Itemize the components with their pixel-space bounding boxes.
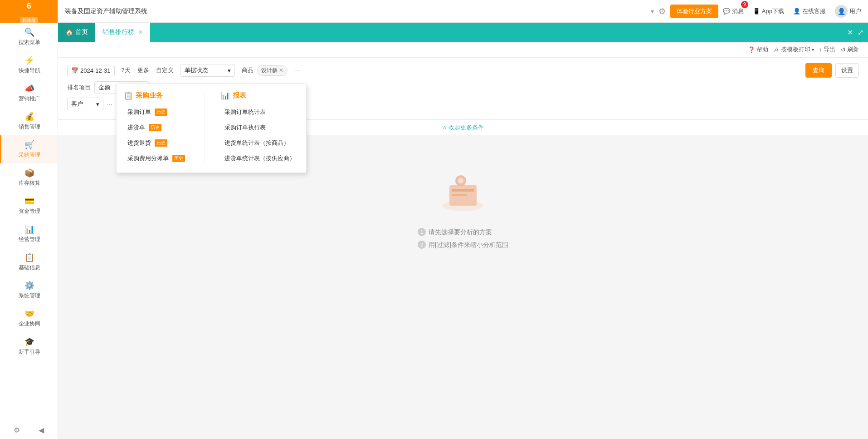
sidebar-item-inventory[interactable]: 📦 库存核算 (0, 163, 58, 192)
dropdown-item-stock-by-goods[interactable]: 进货单统计表（按商品） (221, 136, 299, 150)
help-btn[interactable]: ❓ 帮助 (748, 45, 768, 54)
sidebar-label-sales: 销售管理 (19, 123, 40, 131)
dropdown-item-cost[interactable]: 采购费用分摊单 历史 (124, 152, 189, 165)
user-label: 用户 (849, 7, 861, 15)
marketing-nav-icon: 📣 (24, 84, 34, 94)
date-range-value: 2024-12-31 (80, 67, 111, 74)
tab-close-window-icon[interactable]: ✕ (847, 28, 853, 37)
dropdown-item-stock-by-goods-label: 进货单统计表（按商品） (224, 139, 289, 147)
sidebar: 6 标准版 🔍 搜索菜单 ⚡ 快捷导航 📣 营销推广 💰 销售管理 🛒 采购管理… (0, 0, 58, 439)
tab-expand-icon[interactable]: ⤢ (858, 28, 863, 37)
date-shortcut-custom[interactable]: 自定义 (156, 66, 174, 74)
sidebar-nav: 🔍 搜索菜单 ⚡ 快捷导航 📣 营销推广 💰 销售管理 🛒 采购管理 📦 库存核… (0, 23, 58, 421)
purchase-nav-icon: 🛒 (24, 140, 34, 150)
print-icon: 🖨 (774, 46, 780, 53)
empty-illustration (436, 172, 490, 219)
sidebar-label-quick: 快捷导航 (19, 67, 40, 74)
date-shortcut-7[interactable]: 7天 (122, 66, 131, 74)
tab-home[interactable]: 🏠 首页 (58, 23, 95, 42)
sidebar-label-operation: 经营管理 (19, 236, 40, 243)
header-dropdown-icon[interactable]: ▾ (651, 8, 654, 15)
dropdown-item-po-stat-label: 采购订单统计表 (224, 108, 266, 116)
tab-sales-rank[interactable]: 销售排行榜 ✕ (95, 23, 150, 42)
sidebar-item-operation[interactable]: 📊 经营管理 (0, 220, 58, 248)
message-btn[interactable]: 💬 消息 9 (723, 7, 744, 15)
guide-nav-icon: 🎓 (24, 337, 34, 347)
filter-more-dots[interactable]: ··· (294, 67, 300, 74)
collapse-icon: ∧ (442, 124, 447, 131)
customer-dots[interactable]: ··· (107, 100, 112, 108)
collapse-sidebar-icon[interactable]: ◀ (39, 426, 44, 434)
business-col-icon: 📋 (124, 91, 133, 100)
dropdown-item-po-exec[interactable]: 采购订单执行表 (221, 121, 299, 134)
avatar: 👤 (835, 5, 848, 18)
date-range-filter[interactable]: 📅 2024-12-31 (67, 65, 115, 76)
dropdown-col2-label: 报表 (233, 91, 246, 100)
query-button[interactable]: 查询 (805, 63, 832, 78)
goods-label: 商品 (242, 66, 254, 74)
online-service-btn[interactable]: 👤 在线客服 (793, 7, 826, 15)
print-btn[interactable]: 🖨 按模板打印 ▾ (774, 45, 814, 54)
customer-select[interactable]: 客户 ▾ (67, 98, 103, 110)
rank-value: 金额 (98, 84, 110, 92)
dropdown-item-stock-by-supplier[interactable]: 进货单统计表（按供应商） (221, 152, 299, 165)
industry-btn[interactable]: 体验行业方案 (670, 5, 718, 18)
sidebar-item-basic[interactable]: 📋 基础信息 (0, 248, 58, 276)
app-download-btn[interactable]: 📱 App下载 (753, 7, 784, 15)
sidebar-item-marketing[interactable]: 📣 营销推广 (0, 79, 58, 107)
tip-num-1: 1 (418, 228, 426, 236)
dropdown-item-purchase-order[interactable]: 采购订单 历史 (124, 105, 189, 119)
dropdown-item-return-label: 进货退货 (127, 139, 151, 147)
tab-right-actions: ✕ ⤢ (847, 28, 868, 37)
tab-close-icon[interactable]: ✕ (138, 29, 143, 35)
sidebar-label-guide: 新手引导 (19, 348, 40, 356)
home-icon: 🏠 (65, 29, 73, 36)
sidebar-item-purchase[interactable]: 🛒 采购管理 (0, 135, 58, 163)
rank-label: 排名项目 (67, 84, 91, 92)
doc-status-filter[interactable]: 单据状态 ▾ (180, 64, 235, 77)
sidebar-item-search[interactable]: 🔍 搜索菜单 (0, 23, 58, 51)
dropdown-divider (205, 91, 205, 165)
export-btn[interactable]: ↑ 导出 (819, 45, 836, 54)
dropdown-item-return[interactable]: 进货退货 历史 (124, 136, 189, 150)
sidebar-item-guide[interactable]: 🎓 新手引导 (0, 332, 58, 360)
customer-dropdown-icon: ▾ (96, 101, 99, 108)
user-btn[interactable]: 👤 用户 (835, 5, 861, 18)
sidebar-item-cooperation[interactable]: 🤝 企业协同 (0, 304, 58, 332)
sidebar-item-system[interactable]: ⚙️ 系统管理 (0, 276, 58, 304)
online-service-label: 在线客服 (802, 7, 826, 15)
header-toolbar: ❓ 帮助 🖨 按模板打印 ▾ ↑ 导出 ↺ 刷新 (58, 42, 868, 58)
sales-nav-icon: 💰 (24, 112, 34, 122)
sidebar-item-quick[interactable]: ⚡ 快捷导航 (0, 51, 58, 79)
message-badge: 9 (741, 1, 748, 8)
tab-sales-rank-label: 销售排行榜 (102, 28, 134, 36)
set-button[interactable]: 设置 (835, 63, 859, 78)
history-badge-3: 历史 (155, 139, 167, 147)
date-shortcut-more[interactable]: 更多 (137, 66, 149, 74)
settings-icon[interactable]: ⚙ (14, 426, 20, 434)
header-right: 💬 消息 9 📱 App下载 👤 在线客服 👤 用户 (723, 5, 861, 18)
goods-tag-close-icon[interactable]: ✕ (279, 67, 283, 74)
sidebar-bottom: ⚙ ◀ (0, 421, 58, 439)
sidebar-label-basic: 基础信息 (19, 264, 40, 271)
dropdown-item-cost-label: 采购费用分摊单 (127, 154, 169, 163)
sidebar-item-finance[interactable]: 💳 资金管理 (0, 192, 58, 220)
dropdown-col-business: 📋 采购业务 采购订单 历史 进货单 历史 进货退货 历史 采购费用分摊单 (124, 91, 189, 165)
filter-row-1: 📅 2024-12-31 7天 更多 自定义 单据状态 ▾ 商品 设计叙 ✕ (67, 63, 859, 78)
tip-line-1: 1 请先选择要分析的方案 (418, 226, 508, 238)
dropdown-col1-label: 采购业务 (136, 91, 163, 100)
settings-icon[interactable]: ⚙ (658, 6, 666, 16)
service-icon: 👤 (793, 8, 800, 15)
dropdown-item-stock-in[interactable]: 进货单 历史 (124, 121, 189, 134)
goods-tag[interactable]: 设计叙 ✕ (257, 65, 288, 76)
refresh-btn[interactable]: ↺ 刷新 (841, 45, 859, 54)
sidebar-label-finance: 资金管理 (19, 207, 40, 215)
svg-rect-5 (452, 194, 468, 196)
dropdown-item-stock-by-supplier-label: 进货单统计表（按供应商） (224, 154, 295, 163)
main-area: 装备及固定资产辅助管理系统 ▾ ⚙ 体验行业方案 💬 消息 9 📱 App下载 … (58, 0, 868, 439)
tip-text-2: 用[过滤]条件来缩小分析范围 (429, 238, 508, 251)
sidebar-label-search: 搜索菜单 (19, 39, 40, 46)
dropdown-item-po-stat[interactable]: 采购订单统计表 (221, 105, 299, 119)
sidebar-item-sales[interactable]: 💰 销售管理 (0, 107, 58, 135)
logo-icon: 6 (22, 0, 36, 16)
